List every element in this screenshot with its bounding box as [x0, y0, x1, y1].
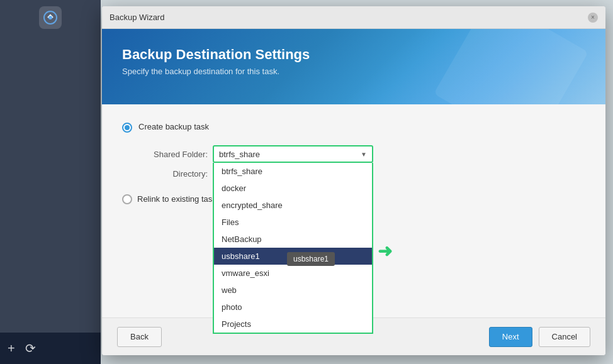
- create-backup-option[interactable]: Create backup task: [122, 122, 585, 133]
- app-icon[interactable]: [39, 6, 62, 29]
- dropdown-item-docker[interactable]: docker: [214, 180, 372, 197]
- dropdown-arrow-icon: ▼: [361, 151, 367, 158]
- add-icon[interactable]: +: [8, 341, 15, 356]
- next-button[interactable]: Next: [489, 327, 532, 347]
- dropdown-item-vmware_esxi[interactable]: vmware_esxi: [214, 265, 372, 282]
- shared-folder-row: Shared Folder: btrfs_share ▼ btrfs_share…: [138, 145, 585, 163]
- shared-folder-dropdown[interactable]: btrfs_share ▼ btrfs_share docker encrypt…: [213, 145, 373, 163]
- svg-point-1: [48, 16, 52, 19]
- title-bar-controls: ×: [588, 13, 598, 23]
- create-backup-radio[interactable]: [122, 123, 132, 133]
- close-button[interactable]: ×: [588, 13, 598, 23]
- dropdown-selected-value: btrfs_share: [219, 150, 260, 159]
- cancel-button[interactable]: Cancel: [539, 327, 590, 347]
- shared-folder-label: Shared Folder:: [138, 150, 208, 159]
- relink-radio[interactable]: [122, 194, 132, 204]
- create-backup-label: Create backup task: [138, 122, 209, 131]
- dialog-content: Create backup task Shared Folder: btrfs_…: [102, 104, 605, 317]
- green-arrow-icon: ➜: [378, 241, 392, 262]
- dialog-title: Backup Wizard: [110, 13, 164, 22]
- backup-wizard-dialog: Backup Wizard × Backup Destination Setti…: [102, 6, 605, 355]
- dropdown-item-NetBackup[interactable]: NetBackup: [214, 231, 372, 248]
- dropdown-list: btrfs_share docker encrypted_share Files…: [213, 163, 373, 334]
- dropdown-item-web[interactable]: web: [214, 282, 372, 299]
- title-bar: Backup Wizard ×: [102, 6, 605, 29]
- header-banner: Backup Destination Settings Specify the …: [102, 29, 605, 104]
- relink-label: Relink to existing task: [137, 194, 217, 204]
- history-icon[interactable]: ⟳: [25, 341, 36, 356]
- desktop: + ⟳ Backup Wizard × Backup Destination S…: [0, 0, 613, 364]
- footer-right-buttons: Next Cancel: [489, 327, 590, 347]
- dropdown-item-usbshare1[interactable]: usbshare1: [214, 248, 372, 265]
- dropdown-item-Projects[interactable]: Projects: [214, 316, 372, 333]
- header-title: Backup Destination Settings: [122, 47, 585, 63]
- back-button[interactable]: Back: [117, 327, 162, 347]
- dropdown-trigger[interactable]: btrfs_share ▼: [213, 145, 373, 163]
- dropdown-item-photo[interactable]: photo: [214, 299, 372, 316]
- taskbar-bottom: + ⟳: [0, 333, 101, 364]
- header-subtitle: Specify the backup destination for this …: [122, 67, 585, 76]
- directory-label: Directory:: [138, 169, 208, 179]
- dropdown-item-Files[interactable]: Files: [214, 214, 372, 231]
- dropdown-item-btrfs_share[interactable]: btrfs_share: [214, 163, 372, 180]
- dropdown-item-encrypted_share[interactable]: encrypted_share: [214, 197, 372, 214]
- form-section: Shared Folder: btrfs_share ▼ btrfs_share…: [138, 145, 585, 179]
- taskbar-left: [0, 0, 101, 364]
